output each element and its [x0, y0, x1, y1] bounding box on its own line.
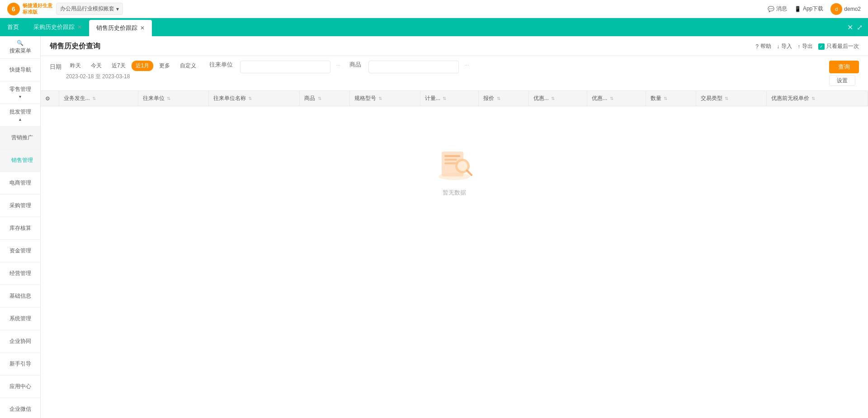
- date-btn-custom[interactable]: 自定义: [176, 61, 200, 71]
- sort-icon: ⇅: [497, 96, 500, 101]
- sidebar-item-sales-mgmt[interactable]: 销售管理: [0, 149, 40, 172]
- tab-purchase-history-label: 采购历史价跟踪: [33, 23, 75, 31]
- sidebar-item-enterprise-wechat[interactable]: 企业微信: [0, 398, 40, 418]
- sidebar-item-label: 经营管理: [9, 270, 31, 277]
- sidebar-item-purchase-mgmt[interactable]: 采购管理: [0, 195, 40, 217]
- export-button[interactable]: ↑ 导出: [797, 43, 813, 50]
- col-partner-name[interactable]: 往来单位名称 ⇅: [208, 91, 300, 106]
- date-btn-today[interactable]: 今天: [87, 61, 106, 71]
- date-btn-more[interactable]: 更多: [155, 61, 174, 71]
- sidebar-item-retail-mgmt[interactable]: 零售管理 ▾: [0, 81, 40, 104]
- app-download-icon: 📱: [794, 6, 801, 12]
- goods-input[interactable]: [368, 61, 459, 73]
- logo-icon: 6: [7, 3, 20, 15]
- message-icon: 💬: [768, 6, 774, 12]
- tab-home[interactable]: 首页: [0, 18, 26, 36]
- svg-line-7: [467, 171, 472, 175]
- col-discount1[interactable]: 优惠... ⇅: [528, 91, 587, 106]
- partner-label: 往来单位: [209, 61, 233, 69]
- chevron-down-icon: ▾: [19, 94, 21, 99]
- expand-icon[interactable]: ⤢: [857, 23, 863, 32]
- close-tab-purchase[interactable]: ✕: [77, 24, 82, 30]
- col-biz-date[interactable]: 业务发生... ⇅: [59, 91, 138, 106]
- sidebar: 🔍 搜索菜单 快捷导航 零售管理 ▾ 批发管理 ▴ 营销推广 销售管理 电商管理…: [0, 36, 41, 418]
- sidebar-item-label: 应用中心: [9, 383, 31, 390]
- logo-text: 畅捷通好生意 标准版: [23, 3, 52, 14]
- sidebar-item-new-guide[interactable]: 新手引导: [0, 353, 40, 375]
- tab-sales-history-label: 销售历史价跟踪: [96, 24, 137, 32]
- only-last-toggle[interactable]: ✓ 只看最后一次: [818, 43, 859, 50]
- sidebar-item-ecommerce-mgmt[interactable]: 电商管理: [0, 172, 40, 195]
- query-button[interactable]: 查询: [829, 61, 859, 73]
- sidebar-item-label: 搜索菜单: [9, 48, 31, 55]
- sidebar-item-quick-nav[interactable]: 快捷导航: [0, 59, 40, 81]
- col-trade-type[interactable]: 交易类型 ⇅: [696, 91, 766, 106]
- date-range-display: 2023-02-18 至 2023-03-18: [66, 73, 200, 81]
- settings-button[interactable]: 设置: [829, 75, 855, 86]
- sort-icon: ⇅: [725, 96, 728, 101]
- sidebar-item-marketing[interactable]: 营销推广: [0, 127, 40, 149]
- sidebar-item-inventory[interactable]: 库存核算: [0, 217, 40, 240]
- tab-expand-area: ✕ ⤢: [847, 23, 868, 32]
- sidebar-item-label: 企业微信: [9, 406, 31, 413]
- col-partner-code[interactable]: 往来单位 ⇅: [138, 91, 208, 106]
- date-btn-yesterday[interactable]: 昨天: [66, 61, 85, 71]
- settings-icon[interactable]: ⚙: [45, 95, 50, 102]
- col-discount2[interactable]: 优惠... ⇅: [587, 91, 646, 106]
- sort-icon: ⇅: [443, 96, 446, 101]
- page-title-row: 销售历史价查询 ? 帮助 ↓ 导入 ↑ 导出 ✓: [50, 42, 859, 56]
- empty-state: 暂无数据: [41, 106, 868, 233]
- col-quote[interactable]: 报价 ⇅: [479, 91, 529, 106]
- col-quantity[interactable]: 数量 ⇅: [646, 91, 696, 106]
- col-price-notax[interactable]: 优惠前无税单价 ⇅: [766, 91, 868, 106]
- sidebar-item-operation-mgmt[interactable]: 经营管理: [0, 262, 40, 285]
- goods-label: 商品: [349, 61, 361, 69]
- table-header-row: ⚙ 业务发生... ⇅ 往来单位 ⇅ 往来单位名称 ⇅: [41, 91, 868, 106]
- app-download-action[interactable]: 📱 App下载: [794, 5, 823, 13]
- sidebar-item-enterprise-agreement[interactable]: 企业协同: [0, 330, 40, 353]
- close-tab-sales[interactable]: ✕: [140, 25, 145, 31]
- tab-purchase-history[interactable]: 采购历史价跟踪 ✕: [26, 18, 89, 36]
- date-btn-last1m[interactable]: 近1月: [132, 61, 154, 71]
- chevron-down-icon: ▾: [116, 6, 119, 12]
- sidebar-item-label: 批发管理: [9, 109, 31, 116]
- col-settings[interactable]: ⚙: [41, 91, 59, 106]
- sidebar-item-search[interactable]: 🔍 搜索菜单: [0, 36, 40, 59]
- sidebar-item-label: 库存核算: [9, 225, 31, 232]
- goods-picker-icon[interactable]: ...: [464, 61, 469, 67]
- user-avatar-area[interactable]: d demo2: [830, 3, 861, 15]
- date-btn-last7[interactable]: 近7天: [108, 61, 130, 71]
- import-button[interactable]: ↓ 导入: [777, 43, 792, 50]
- page-header: 销售历史价查询 ? 帮助 ↓ 导入 ↑ 导出 ✓: [41, 36, 868, 56]
- sidebar-item-label: 快捷导航: [9, 66, 31, 74]
- sort-icon: ⇅: [610, 96, 613, 101]
- filter-dates: 昨天 今天 近7天 近1月 更多 自定义 2023-02-18 至 2023-0…: [66, 61, 200, 81]
- sidebar-item-basic-info[interactable]: 基础信息: [0, 285, 40, 308]
- sidebar-item-finance-mgmt[interactable]: 资金管理: [0, 240, 40, 262]
- partner-input[interactable]: [240, 61, 330, 73]
- sidebar-item-label: 销售管理: [11, 157, 33, 164]
- sidebar-item-system-mgmt[interactable]: 系统管理: [0, 308, 40, 330]
- table-header: ⚙ 业务发生... ⇅ 往来单位 ⇅ 往来单位名称 ⇅: [41, 91, 868, 106]
- sidebar-item-app-center[interactable]: 应用中心: [0, 375, 40, 398]
- sidebar-item-wholesale-mgmt[interactable]: 批发管理 ▴: [0, 104, 40, 127]
- user-name: demo2: [844, 6, 861, 12]
- close-all-tabs-icon[interactable]: ✕: [847, 23, 853, 32]
- message-action[interactable]: 💬 消息: [768, 5, 787, 13]
- page-title: 销售历史价查询: [50, 42, 100, 51]
- app-selector[interactable]: 办公用品行业模拟账套 ▾: [56, 3, 123, 15]
- top-bar: 6 畅捷通好生意 标准版 办公用品行业模拟账套 ▾ 💬 消息 📱 App下载 d…: [0, 0, 868, 18]
- col-spec[interactable]: 规格型号 ⇅: [349, 91, 420, 106]
- filter-goods-group: 商品 ...: [349, 61, 469, 73]
- sort-icon: ⇅: [167, 96, 170, 101]
- sidebar-item-label: 营销推广: [11, 134, 33, 142]
- col-goods[interactable]: 商品 ⇅: [300, 91, 350, 106]
- partner-picker-icon[interactable]: ...: [336, 61, 340, 67]
- help-button[interactable]: ? 帮助: [755, 43, 771, 50]
- help-icon: ?: [755, 43, 759, 50]
- date-options: 昨天 今天 近7天 近1月 更多 自定义: [66, 61, 200, 71]
- sort-icon: ⇅: [248, 96, 252, 101]
- tab-sales-history[interactable]: 销售历史价跟踪 ✕: [89, 20, 152, 36]
- empty-text: 暂无数据: [443, 189, 466, 197]
- col-unit[interactable]: 计量... ⇅: [420, 91, 479, 106]
